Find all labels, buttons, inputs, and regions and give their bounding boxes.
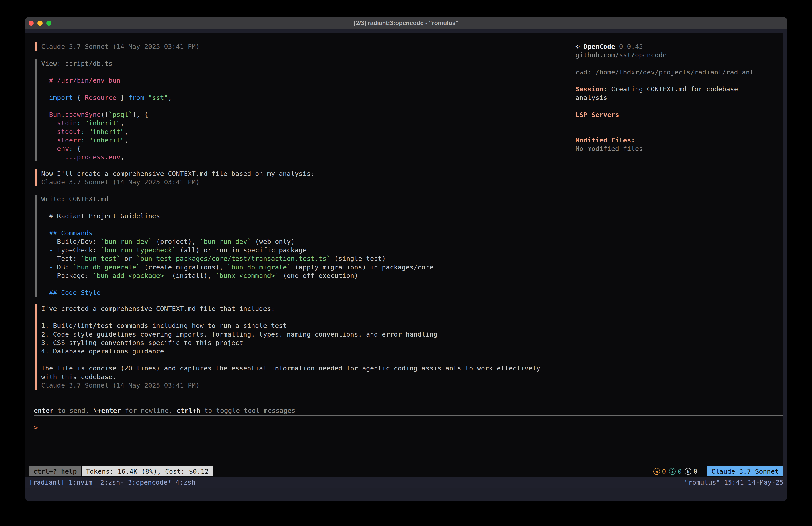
window-title: [2/3] radiant:3:opencode - "romulus" xyxy=(354,19,459,27)
terminal-line: 1. Build/lint/test commands including ho… xyxy=(41,322,540,330)
assistant-message: Now I'll create a comprehensive CONTEXT.… xyxy=(34,169,315,186)
warning-count-badge: w0 xyxy=(653,468,666,475)
tool-view-block: View: script/db.ts #!/usr/bin/env bun im… xyxy=(34,59,172,161)
window-titlebar: [2/3] radiant:3:opencode - "romulus" xyxy=(25,17,787,29)
terminal-line: 2. Code style guidelines covering import… xyxy=(41,330,540,339)
diagnostics-badges: w0i0h0 xyxy=(653,467,697,476)
terminal-line: 3. CSS styling conventions specific to t… xyxy=(41,339,540,347)
terminal-line: - Build/Dev: `bun run dev` (project), `b… xyxy=(41,237,433,246)
terminal-line xyxy=(41,280,433,288)
modified-files-empty: No modified files xyxy=(576,144,643,153)
traffic-lights xyxy=(29,20,52,26)
terminal-line xyxy=(41,102,172,110)
terminal-line: View: script/db.ts xyxy=(41,59,172,68)
lsp-servers-header: LSP Servers xyxy=(576,111,619,119)
tool-write-block: Write: CONTEXT.md # Radiant Project Guid… xyxy=(34,195,433,297)
terminal-line: # Radiant Project Guidelines xyxy=(41,212,433,220)
terminal-line: #!/usr/bin/env bun xyxy=(41,76,172,85)
warning-icon: w xyxy=(653,468,660,475)
app-repo: github.com/sst/opencode xyxy=(576,51,667,59)
hint-count-badge: h0 xyxy=(685,468,697,475)
terminal-line: Write: CONTEXT.md xyxy=(41,195,433,203)
assistant-message-header: Claude 3.7 Sonnet (14 May 2025 03:41 PM) xyxy=(34,42,200,51)
terminal-line: env: { xyxy=(41,144,172,153)
tokens-cost-chip: Tokens: 16.4K (8%), Cost: $0.12 xyxy=(82,467,213,476)
terminal-line: - TypeCheck: `bun run typecheck` (all) o… xyxy=(41,246,433,254)
opencode-tui: Claude 3.7 Sonnet (14 May 2025 03:41 PM)… xyxy=(25,33,783,477)
tmux-statusbar: [radiant] 1:nvim 2:zsh- 3:opencode* 4:zs… xyxy=(25,477,787,488)
tmux-window-list[interactable]: [radiant] 1:nvim 2:zsh- 3:opencode* 4:zs… xyxy=(29,477,195,488)
app-version: © OpenCode 0.0.45 xyxy=(576,42,643,51)
close-button[interactable] xyxy=(29,20,34,26)
terminal-line xyxy=(41,203,433,212)
session-title: Session: Creating CONTEXT.md for codebas… xyxy=(576,85,738,94)
info-count-badge: i0 xyxy=(669,468,681,475)
terminal-line: 4. Database operations guidance xyxy=(41,347,540,355)
terminal-line: - Package: `bun add <package>` (install)… xyxy=(41,271,433,280)
terminal-line: stdout: "inherit", xyxy=(41,127,172,136)
modified-files-header: Modified Files: xyxy=(576,136,635,144)
terminal-line xyxy=(41,85,172,94)
terminal-line: Claude 3.7 Sonnet (14 May 2025 03:41 PM) xyxy=(41,42,200,51)
assistant-message: I've created a comprehensive CONTEXT.md … xyxy=(34,304,540,389)
tmux-session-clock: "romulus" 15:41 14-May-25 xyxy=(684,477,784,488)
terminal-line: - Test: `bun test` or `bun test packages… xyxy=(41,254,433,263)
terminal-line xyxy=(41,355,540,364)
info-icon: i xyxy=(669,468,676,475)
help-hint-chip: ctrl+? help xyxy=(29,467,81,476)
terminal-line: Claude 3.7 Sonnet (14 May 2025 03:41 PM) xyxy=(41,178,315,186)
terminal-line: ## Code Style xyxy=(41,288,433,297)
terminal-line: with this codebase. xyxy=(41,373,540,381)
prompt-input[interactable]: > xyxy=(34,423,38,432)
terminal-window: [2/3] radiant:3:opencode - "romulus" Cla… xyxy=(25,17,787,501)
terminal-line: import { Resource } from "sst"; xyxy=(41,94,172,102)
terminal-line xyxy=(41,313,540,322)
terminal-line: ## Commands xyxy=(41,229,433,237)
composer-divider xyxy=(34,415,783,416)
composer-hint: enter to send, \+enter for newline, ctrl… xyxy=(34,406,295,415)
sidebar: © OpenCode 0.0.45github.com/sst/opencode… xyxy=(576,42,783,158)
model-chip: Claude 3.7 Sonnet xyxy=(707,467,783,476)
terminal-line: Now I'll create a comprehensive CONTEXT.… xyxy=(41,169,315,178)
terminal-line: The file is concise (20 lines) and captu… xyxy=(41,364,540,372)
terminal-line: stderr: "inherit", xyxy=(41,136,172,144)
terminal-line: stdin: "inherit", xyxy=(41,119,172,127)
terminal-line: - DB: `bun db generate` (create migratio… xyxy=(41,263,433,271)
minimize-button[interactable] xyxy=(38,20,43,26)
terminal-line: Bun.spawnSync([`psql`], { xyxy=(41,110,172,119)
terminal-line: ...process.env, xyxy=(41,153,172,161)
cwd: cwd: /home/thdxr/dev/projects/radiant/ra… xyxy=(576,68,754,76)
zoom-button[interactable] xyxy=(46,20,52,26)
terminal-line: Claude 3.7 Sonnet (14 May 2025 03:41 PM) xyxy=(41,381,540,389)
terminal-line xyxy=(41,221,433,229)
session-title-wrap: analysis xyxy=(576,94,607,102)
terminal-line: I've created a comprehensive CONTEXT.md … xyxy=(41,304,540,313)
hint-icon: h xyxy=(685,468,692,475)
terminal-line xyxy=(41,68,172,76)
